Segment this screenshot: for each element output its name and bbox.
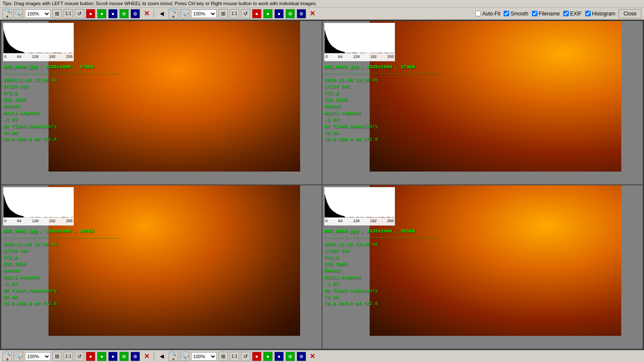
bottom-toolbar-left: 🔍+ 🔍- 100% 50% 200% ⊞ 1:1 ↺ ● ● ● ⊕ ⊕ ✕ … (3, 352, 641, 361)
histogram-checkbox[interactable] (585, 11, 591, 16)
filename-checkbox[interactable] (532, 11, 538, 16)
tool2-bot-left[interactable]: ⊕ (131, 352, 140, 361)
flash-1: No flash,compulsory (3, 124, 119, 130)
image-panel-3[interactable]: 0 64 128 192 255 DSC_0934.jpg , 1335x200… (1, 185, 322, 349)
tool2-top-left[interactable]: ⊕ (131, 9, 140, 18)
ev-4: -1 EV (324, 281, 440, 287)
histogram-1: 0 64 128 192 255 (3, 23, 74, 61)
exposure-mode-2: Manual (324, 103, 440, 110)
iso-3: ISO 2000 (3, 261, 119, 268)
tool2-bot-right[interactable]: ⊕ (297, 352, 306, 361)
zoom-in-btn-bot-left[interactable]: 🔍+ (3, 352, 12, 361)
close-x-top-right[interactable]: ✕ (308, 9, 317, 18)
tool1-top-right[interactable]: ⊕ (286, 9, 295, 18)
nav-left-arrow[interactable]: ◄ (157, 10, 167, 18)
histogram-4: 0 64 128 192 255 (324, 187, 395, 226)
close-x-bot-right[interactable]: ✕ (308, 352, 317, 361)
aperture-1: f/2.8 (3, 90, 119, 97)
color1-bot-left[interactable]: ● (86, 352, 95, 361)
tool1-bot-left[interactable]: ⊕ (119, 352, 129, 361)
image-panel-2[interactable]: 0 64 128 192 255 DSC_0932.jpg , 1335x200… (322, 21, 643, 185)
auto-fit-checkbox[interactable] (475, 11, 481, 16)
iso-4: ISO 2000 (324, 261, 440, 268)
iso-1: ISO 2000 (3, 97, 119, 103)
lens-1: 70.0-200.0 mm f/2.8 (3, 136, 119, 143)
color3-top-left[interactable]: ● (108, 9, 118, 18)
focal-length-4: 70 mm (324, 294, 440, 301)
color2-bot-left[interactable]: ● (97, 352, 106, 361)
color2-top-left[interactable]: ● (97, 9, 106, 18)
fit-btn-bot-left[interactable]: ⊞ (52, 352, 62, 361)
close-x-top-left[interactable]: ✕ (142, 9, 151, 18)
smooth-checkbox-item[interactable]: Smooth (504, 11, 528, 17)
tool2-top-right[interactable]: ⊕ (297, 9, 306, 18)
aperture-4: f/2.8 (324, 255, 440, 261)
fit-button-top-right[interactable]: ⊞ (219, 9, 228, 18)
flash-2: No flash,compulsory (324, 124, 440, 130)
tool1-bot-right[interactable]: ⊕ (286, 352, 295, 361)
gray-border-right-4 (621, 185, 643, 349)
exif-checkbox[interactable] (563, 11, 569, 16)
color1-top-right[interactable]: ● (252, 9, 261, 18)
1to1-btn-bot-right[interactable]: 1:1 (230, 352, 239, 361)
gray-border-bottom-2 (322, 172, 643, 184)
color3-top-right[interactable]: ● (274, 9, 284, 18)
color2-top-right[interactable]: ● (263, 9, 273, 18)
1to1-btn-bot-left[interactable]: 1:1 (64, 352, 73, 361)
auto-fit-label: Auto-Fit (482, 11, 500, 17)
tips-text: Tips: Drag images with LEFT mouse button… (3, 1, 317, 6)
color3-bot-right[interactable]: ● (274, 352, 284, 361)
zoom-in-button-top-left[interactable]: 🔍+ (3, 9, 12, 18)
zoom-in-btn-bot-right[interactable]: 🔍+ (169, 352, 178, 361)
image-panel-4[interactable]: 0 64 128 192 255 DSC_0936.jpg , 1335x200… (322, 185, 643, 349)
zoom-out-button-top-right[interactable]: 🔍- (180, 9, 189, 18)
flash-3: No flash,compulsory (3, 288, 119, 294)
rotate-btn-bot-right[interactable]: ↺ (241, 352, 250, 361)
close-x-bot-left[interactable]: ✕ (142, 352, 151, 361)
image-panel-1[interactable]: 0 64 128 192 255 DSC_0928.jpg , 1335x200… (1, 21, 322, 185)
close-button[interactable]: Close (619, 9, 641, 18)
zoom-out-btn-bot-right[interactable]: 🔍- (180, 352, 189, 361)
fit-button-top-left[interactable]: ⊞ (52, 9, 62, 18)
fit-btn-bot-right[interactable]: ⊞ (219, 352, 228, 361)
zoom-in-button-top-right[interactable]: 🔍+ (169, 9, 178, 18)
focal-length-3: 70 mm (3, 294, 119, 301)
zoom-select-bot-right[interactable]: 100% 50% 200% (191, 352, 217, 361)
zoom-select-top-left[interactable]: 100% 50% 200% (25, 9, 51, 18)
focal-length-1: 70 mm (3, 130, 119, 136)
aperture-2: f/2.8 (324, 90, 440, 97)
filename-label: Filename (539, 11, 560, 17)
toolbar-right: Auto-Fit Smooth Filename EXIF Histogram … (475, 9, 641, 18)
rotate-btn-bot-left[interactable]: ↺ (75, 352, 84, 361)
rotate-left-top-left[interactable]: ↺ (75, 9, 84, 18)
shutter-2: 1/125 sec (324, 84, 440, 90)
1to1-button-top-right[interactable]: 1:1 (230, 9, 239, 18)
rotate-left-top-right[interactable]: ↺ (241, 9, 250, 18)
smooth-checkbox[interactable] (504, 11, 509, 16)
color1-top-left[interactable]: ● (86, 9, 95, 18)
datetime-4: 2020-11-26 22:36:46 (324, 241, 440, 248)
color3-bot-left[interactable]: ● (108, 352, 118, 361)
exposure-mode-1: Manual (3, 103, 119, 110)
histogram-label: Histogram (592, 11, 616, 17)
1to1-button-top-left[interactable]: 1:1 (64, 9, 73, 18)
zoom-select-top-right[interactable]: 100% 50% 200% (191, 9, 217, 18)
color1-bot-right[interactable]: ● (252, 352, 261, 361)
auto-fit-checkbox-item[interactable]: Auto-Fit (475, 11, 500, 17)
filename-2: DSC_0932.jpg , 1335x2000 , 373KB (324, 64, 440, 70)
datetime-2: 2020-11-26 22:36:45 (324, 77, 440, 84)
metering-2: Multi-segment (324, 110, 440, 117)
exif-overlay-1: DSC_0928.jpg , 1335x2000 , 378KB -------… (3, 64, 119, 143)
zoom-out-btn-bot-left[interactable]: 🔍- (14, 352, 23, 361)
nav-left-arrow-bot[interactable]: ◄ (157, 353, 167, 360)
filename-checkbox-item[interactable]: Filename (532, 11, 560, 17)
histogram-3: 0 64 128 192 255 (3, 187, 74, 226)
histogram-checkbox-item[interactable]: Histogram (585, 11, 616, 17)
exif-checkbox-item[interactable]: EXIF (563, 11, 582, 17)
zoom-select-bot-left[interactable]: 100% 50% 200% (25, 352, 51, 361)
flash-4: No flash,compulsory (324, 288, 440, 294)
tool1-top-left[interactable]: ⊕ (119, 9, 129, 18)
zoom-out-button-top-left[interactable]: 🔍- (14, 9, 23, 18)
color2-bot-right[interactable]: ● (263, 352, 273, 361)
histogram-labels-4: 0 64 128 192 255 (325, 219, 395, 223)
